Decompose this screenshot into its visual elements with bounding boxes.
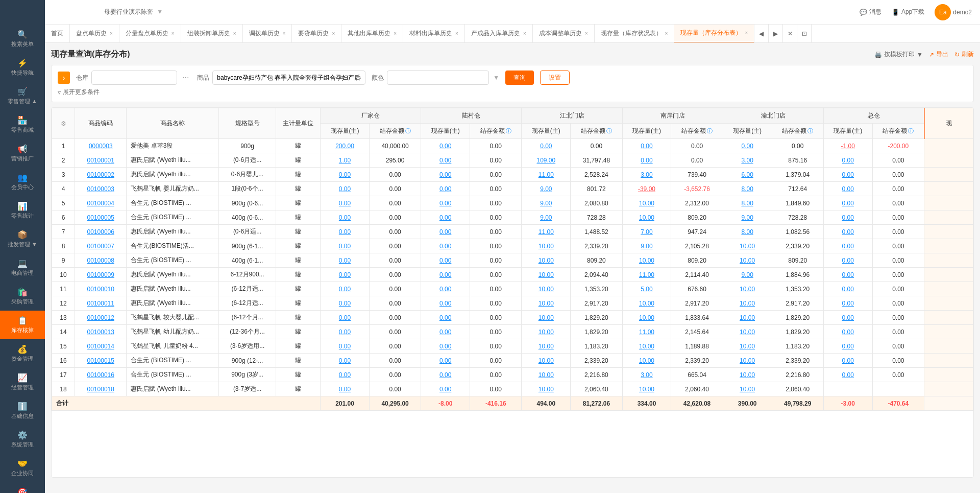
tab-close-all-btn[interactable]: ✕ (783, 25, 797, 43)
yubei-qty-cell[interactable]: 10.00 (723, 339, 772, 354)
info-icon-4[interactable]: ⓘ (707, 128, 713, 134)
search-expand-arrow[interactable]: › (58, 72, 70, 84)
jiangbei-qty-cell[interactable]: 10.00 (522, 268, 571, 282)
tab-close-icon[interactable]: × (110, 31, 113, 36)
tab-close-icon[interactable]: × (665, 31, 668, 36)
tab-outbound-history[interactable]: 其他出库单历史 × (341, 25, 403, 43)
factory-qty-cell[interactable]: 0.00 (321, 311, 370, 325)
factory-qty-cell[interactable]: 0.00 (321, 239, 370, 253)
total-qty-cell[interactable]: 0.00 (823, 282, 872, 296)
yubei-qty-cell[interactable]: 10.00 (723, 354, 772, 368)
yubei-qty-cell[interactable]: 3.00 (723, 153, 772, 168)
total-qty-cell[interactable]: 0.00 (823, 339, 872, 354)
sidebar-item-quick-nav[interactable]: ⚡ 快捷导航 (0, 53, 45, 82)
lucun-qty-cell[interactable]: 0.00 (421, 153, 470, 168)
nanan-qty-cell[interactable]: 5.00 (622, 282, 671, 296)
sidebar-item-collab[interactable]: 🤝 企业协同 (0, 454, 45, 482)
yubei-qty-cell[interactable]: 10.00 (723, 311, 772, 325)
sidebar-item-retail-stat[interactable]: 📊 零售统计 (0, 196, 45, 225)
tab-close-icon[interactable]: × (394, 31, 397, 36)
tab-cost-adjust[interactable]: 成本调整单历史 × (533, 25, 595, 43)
tab-material-out[interactable]: 材料出库单历史 × (403, 25, 465, 43)
user-menu[interactable]: 导出 Ea demo2 (935, 4, 972, 20)
nanan-qty-cell[interactable]: 10.00 (622, 354, 671, 368)
yubei-qty-cell[interactable]: 10.00 (723, 382, 772, 396)
total-qty-cell[interactable]: -1.00 (823, 139, 872, 153)
total-qty-cell[interactable]: 0.00 (823, 296, 872, 311)
export-btn[interactable]: ↗ 导出 (929, 50, 948, 59)
tab-close-icon[interactable]: × (745, 30, 748, 36)
message-btn[interactable]: 💬 消息 (860, 8, 881, 16)
yubei-qty-cell[interactable]: 10.00 (723, 296, 772, 311)
jiangbei-qty-cell[interactable]: 9.00 (522, 182, 571, 196)
code-cell[interactable]: 00100016 (75, 368, 127, 382)
tab-stock-history[interactable]: 盘点单历史 × (70, 25, 119, 43)
factory-qty-cell[interactable]: 0.00 (321, 225, 370, 239)
yubei-qty-cell[interactable]: 10.00 (723, 368, 772, 382)
total-qty-cell[interactable]: 0.00 (823, 325, 872, 339)
yubei-qty-cell[interactable]: 8.00 (723, 182, 772, 196)
yubei-qty-cell[interactable]: 8.00 (723, 225, 772, 239)
jiangbei-qty-cell[interactable]: 11.00 (522, 168, 571, 182)
lucun-qty-cell[interactable]: 0.00 (421, 225, 470, 239)
lucun-qty-cell[interactable]: 0.00 (421, 382, 470, 396)
total-qty-cell[interactable] (823, 382, 872, 396)
factory-qty-cell[interactable]: 0.00 (321, 368, 370, 382)
nanan-qty-cell[interactable]: 10.00 (622, 210, 671, 225)
total-qty-cell[interactable]: 0.00 (823, 268, 872, 282)
tab-close-icon[interactable]: × (172, 31, 175, 36)
code-cell[interactable]: 00100007 (75, 239, 127, 253)
tab-close-icon[interactable]: × (455, 31, 458, 36)
sidebar-item-inventory[interactable]: 📋 库存核算 (0, 311, 45, 339)
tab-home[interactable]: 首页 (45, 25, 70, 43)
code-cell[interactable]: 00100001 (75, 153, 127, 168)
nanan-qty-cell[interactable]: 10.00 (622, 296, 671, 311)
factory-qty-cell[interactable]: 0.00 (321, 354, 370, 368)
tab-close-icon[interactable]: × (283, 31, 286, 36)
nanan-qty-cell[interactable]: 11.00 (622, 325, 671, 339)
nanan-qty-cell[interactable]: 3.00 (622, 168, 671, 182)
sidebar-item-basic-info[interactable]: ℹ️ 基础信息 (0, 396, 45, 425)
tab-close-icon[interactable]: × (332, 31, 335, 36)
sidebar-item-purchase[interactable]: 🛍️ 采购管理 (0, 282, 45, 311)
tab-transfer-history[interactable]: 调拨单历史 × (243, 25, 292, 43)
nanan-qty-cell[interactable]: 7.00 (622, 225, 671, 239)
info-icon-3[interactable]: ⓘ (606, 128, 612, 134)
jiangbei-qty-cell[interactable]: 10.00 (522, 325, 571, 339)
factory-qty-cell[interactable]: 0.00 (321, 268, 370, 282)
lucun-qty-cell[interactable]: 0.00 (421, 168, 470, 182)
code-cell[interactable]: 00100002 (75, 168, 127, 182)
sidebar-item-wholesale[interactable]: 📦 批发管理 ▼ (0, 225, 45, 253)
jiangbei-qty-cell[interactable]: 10.00 (522, 282, 571, 296)
jiangbei-qty-cell[interactable]: 9.00 (522, 196, 571, 210)
factory-qty-cell[interactable]: 0.00 (321, 382, 370, 396)
tab-close-icon[interactable]: × (523, 31, 526, 36)
factory-qty-cell[interactable]: 0.00 (321, 253, 370, 268)
factory-qty-cell[interactable]: 200.00 (321, 139, 370, 153)
expand-conditions-btn[interactable]: ▿ 展开更多条件 (58, 88, 967, 97)
sidebar-item-guide[interactable]: 🎯 新手引导 (0, 482, 45, 493)
code-cell[interactable]: 00100013 (75, 325, 127, 339)
tab-qty-history[interactable]: 分量盘点单历史 × (119, 25, 181, 43)
nanan-qty-cell[interactable]: 0.00 (622, 139, 671, 153)
code-cell[interactable]: 00100009 (75, 268, 127, 282)
total-qty-cell[interactable]: 0.00 (823, 196, 872, 210)
yubei-qty-cell[interactable]: 10.00 (723, 282, 772, 296)
yubei-qty-cell[interactable]: 6.00 (723, 168, 772, 182)
nanan-qty-cell[interactable]: 11.00 (622, 268, 671, 282)
factory-qty-cell[interactable]: 0.00 (321, 296, 370, 311)
yubei-qty-cell[interactable]: 0.00 (723, 139, 772, 153)
print-btn[interactable]: 🖨️ 按模板打印 ▼ (874, 50, 923, 59)
code-cell[interactable]: 00100012 (75, 311, 127, 325)
total-qty-cell[interactable]: 0.00 (823, 210, 872, 225)
tab-product-in[interactable]: 产成品入库单历史 × (465, 25, 533, 43)
code-cell[interactable]: 00100008 (75, 253, 127, 268)
code-cell[interactable]: 00100018 (75, 382, 127, 396)
data-table-container[interactable]: ⚙ 商品编码 商品名称 规格型号 主计量单位 厂家仓 陆村仓 江北门店 南岸门店… (51, 107, 974, 478)
lucun-qty-cell[interactable]: 0.00 (421, 139, 470, 153)
factory-qty-cell[interactable]: 0.00 (321, 168, 370, 182)
lucun-qty-cell[interactable]: 0.00 (421, 282, 470, 296)
nanan-qty-cell[interactable]: 9.00 (622, 239, 671, 253)
total-qty-cell[interactable]: 0.00 (823, 368, 872, 382)
lucun-qty-cell[interactable]: 0.00 (421, 182, 470, 196)
